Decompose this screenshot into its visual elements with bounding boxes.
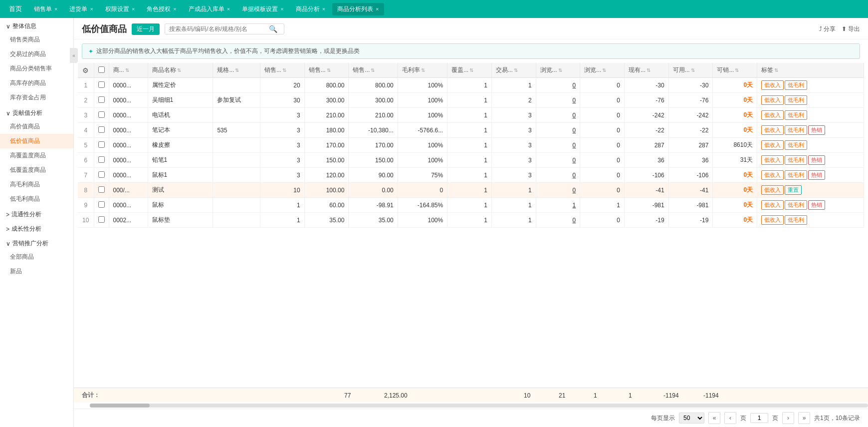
td-checkbox[interactable]: [94, 123, 109, 138]
close-icon[interactable]: ×: [90, 6, 93, 12]
browse-link[interactable]: 0: [573, 187, 576, 194]
sidebar-item-low-coverage[interactable]: 低覆盖度商品: [0, 163, 73, 177]
gear-icon[interactable]: ⚙: [82, 66, 89, 74]
row-checkbox[interactable]: [98, 126, 105, 133]
nav-tab-analysis-list[interactable]: 商品分析列表 ×: [332, 3, 384, 15]
th-current[interactable]: 现有...⇅: [625, 63, 669, 78]
td-checkbox[interactable]: [94, 153, 109, 168]
th-sales-avg[interactable]: 销售...⇅: [349, 63, 398, 78]
th-code[interactable]: 商...⇅: [109, 63, 148, 78]
sidebar-group-contribution[interactable]: ∨ 贡献值分析: [0, 105, 73, 119]
sidebar-item-inventory-capital[interactable]: 库存资金占用: [0, 90, 73, 105]
th-coverage[interactable]: 覆盖...⇅: [447, 63, 492, 78]
close-icon[interactable]: ×: [227, 6, 230, 12]
td-browse1[interactable]: 0: [536, 138, 580, 153]
row-checkbox[interactable]: [98, 81, 105, 88]
th-trade[interactable]: 交易...⇅: [491, 63, 536, 78]
td-checkbox[interactable]: [94, 138, 109, 153]
sidebar-collapse-button[interactable]: «: [70, 48, 78, 63]
prev-page-button[interactable]: ‹: [724, 412, 736, 424]
th-available[interactable]: 可用...⇅: [668, 63, 713, 78]
nav-tab-permission[interactable]: 权限设置 ×: [100, 3, 140, 15]
td-browse1[interactable]: 0: [536, 93, 580, 108]
sidebar-item-new-products[interactable]: 新品: [0, 264, 73, 279]
row-checkbox[interactable]: [98, 96, 105, 103]
sidebar-group-marketing[interactable]: ∨ 营销推广分析: [0, 235, 73, 250]
th-tags[interactable]: 标签⇅: [757, 63, 864, 78]
browse-link[interactable]: 0: [573, 142, 576, 149]
th-browse2[interactable]: 浏览...⇅: [580, 63, 625, 78]
th-gear[interactable]: ⚙: [78, 63, 94, 78]
page-input[interactable]: [750, 413, 768, 423]
th-sales-qty[interactable]: 销售...⇅: [260, 63, 304, 78]
td-browse1[interactable]: 0: [536, 213, 580, 228]
browse-link[interactable]: 0: [573, 82, 576, 89]
sidebar-item-sales-products[interactable]: 销售类商品: [0, 32, 73, 47]
browse-link[interactable]: 0: [573, 217, 576, 224]
sidebar-item-traded-products[interactable]: 交易过的商品: [0, 47, 73, 61]
last-page-button[interactable]: »: [798, 412, 810, 424]
browse-link[interactable]: 0: [573, 127, 576, 134]
first-page-button[interactable]: «: [708, 412, 720, 424]
browse-link[interactable]: 0: [573, 112, 576, 119]
th-saleable[interactable]: 可销...⇅: [713, 63, 757, 78]
sidebar-group-overall[interactable]: ∨ 整体信息: [0, 18, 73, 32]
th-browse1[interactable]: 浏览...⇅: [536, 63, 580, 78]
close-icon[interactable]: ×: [322, 6, 325, 12]
nav-tab-purchase[interactable]: 进货单 ×: [64, 3, 98, 15]
td-checkbox[interactable]: [94, 183, 109, 198]
sidebar-item-high-coverage[interactable]: 高覆盖度商品: [0, 148, 73, 163]
row-checkbox[interactable]: [98, 156, 105, 163]
search-icon[interactable]: 🔍: [269, 25, 277, 33]
nav-tab-role[interactable]: 角色授权 ×: [142, 3, 181, 15]
per-page-select[interactable]: 50 20 100: [679, 413, 704, 424]
sidebar-item-all-products[interactable]: 全部商品: [0, 250, 73, 264]
th-gross-rate[interactable]: 毛利率⇅: [398, 63, 447, 78]
td-browse1[interactable]: 0: [536, 123, 580, 138]
td-checkbox[interactable]: [94, 213, 109, 228]
td-browse1[interactable]: 0: [536, 168, 580, 183]
sidebar-item-low-value[interactable]: 低价值商品: [0, 134, 73, 148]
close-icon[interactable]: ×: [173, 6, 176, 12]
search-input[interactable]: [169, 25, 269, 32]
close-icon[interactable]: ×: [280, 6, 283, 12]
browse-link[interactable]: 1: [573, 202, 576, 209]
next-page-button[interactable]: ›: [782, 412, 794, 424]
td-checkbox[interactable]: [94, 198, 109, 213]
share-button[interactable]: ⤴ 分享: [819, 25, 836, 33]
sidebar-group-circulation[interactable]: > 流通性分析: [0, 206, 73, 221]
sidebar-item-low-margin[interactable]: 低毛利商品: [0, 192, 73, 206]
nav-tab-product-instock[interactable]: 产成品入库单 ×: [184, 3, 235, 15]
sidebar-item-high-margin[interactable]: 高毛利商品: [0, 177, 73, 192]
horizontal-scrollbar[interactable]: [74, 403, 868, 409]
td-checkbox[interactable]: [94, 108, 109, 123]
browse-link[interactable]: 0: [573, 172, 576, 179]
browse-link[interactable]: 0: [573, 97, 576, 104]
td-checkbox[interactable]: [94, 78, 109, 93]
filter-button[interactable]: 近一月: [132, 23, 160, 35]
th-spec[interactable]: 规格...⇅: [213, 63, 260, 78]
td-checkbox[interactable]: [94, 93, 109, 108]
td-browse1[interactable]: 0: [536, 78, 580, 93]
td-browse1[interactable]: 0: [536, 108, 580, 123]
td-checkbox[interactable]: [94, 168, 109, 183]
row-checkbox[interactable]: [98, 216, 105, 223]
close-icon[interactable]: ×: [54, 6, 57, 12]
nav-tab-analysis[interactable]: 商品分析 ×: [291, 3, 330, 15]
nav-tab-template[interactable]: 单据模板设置 ×: [237, 3, 288, 15]
search-box[interactable]: 🔍: [165, 23, 284, 34]
sidebar-group-growth[interactable]: > 成长性分析: [0, 221, 73, 235]
browse-link[interactable]: 0: [573, 157, 576, 164]
export-button[interactable]: ⬆ 导出: [842, 25, 860, 33]
th-name[interactable]: 商品名称⇅: [148, 63, 213, 78]
row-checkbox[interactable]: [98, 171, 105, 178]
row-checkbox[interactable]: [98, 201, 105, 208]
sidebar-item-high-value[interactable]: 高价值商品: [0, 119, 73, 134]
sidebar-item-category-sales[interactable]: 商品分类销售率: [0, 61, 73, 76]
row-checkbox[interactable]: [98, 141, 105, 148]
data-table-container[interactable]: ⚙ 商...⇅ 商品名称⇅ 规格...⇅ 销售...⇅ 销售...⇅ 销售...…: [74, 63, 868, 388]
nav-home[interactable]: 首页: [4, 2, 27, 15]
nav-tab-sales[interactable]: 销售单 ×: [29, 3, 62, 15]
td-browse1[interactable]: 1: [536, 198, 580, 213]
close-icon[interactable]: ×: [376, 6, 379, 12]
